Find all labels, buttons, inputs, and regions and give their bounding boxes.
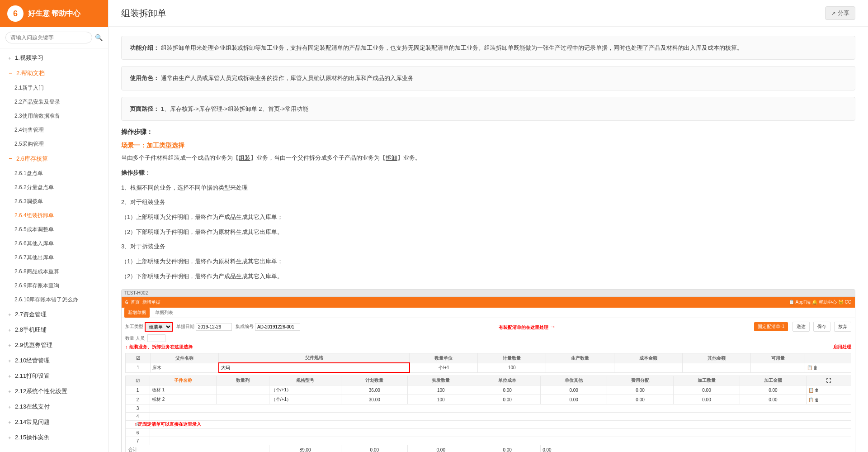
mock-sub-row1-num: 1 bbox=[126, 385, 150, 395]
sidebar-sub-21[interactable]: 2.1新手入门 bbox=[0, 81, 108, 95]
mock-sub-row1-ucost: 0.00 bbox=[474, 385, 541, 395]
step3: 3、对于拆装业务 bbox=[121, 241, 855, 252]
mock-assembly-input[interactable] bbox=[255, 323, 300, 331]
share-button[interactable]: ↗ 分享 bbox=[825, 6, 855, 20]
mock-sub-row1-actual: 100 bbox=[408, 385, 474, 395]
sidebar-sub-22[interactable]: 2.2产品安装及登录 bbox=[0, 95, 108, 109]
logo-icon: 6 bbox=[7, 5, 24, 22]
mock-sub-row2-plan: 30.00 bbox=[341, 395, 408, 404]
mock-sub-row4-empty bbox=[150, 413, 851, 421]
sidebar-sub-266[interactable]: 2.6.6其他入库单 bbox=[0, 237, 108, 251]
sidebar-item-29[interactable]: ＋ 2.9优惠券管理 bbox=[0, 338, 108, 353]
mock-sub-row1-name: 板材 1 bbox=[150, 385, 216, 395]
disassemble-link[interactable]: 拆卸 bbox=[386, 154, 397, 161]
mock-row1-costamt bbox=[614, 363, 683, 372]
expand-icon-29: ＋ bbox=[7, 342, 12, 349]
sidebar-item-26[interactable]: － 2.6库存核算 bbox=[0, 151, 108, 167]
page-title: 组装拆卸单 bbox=[121, 7, 166, 19]
sidebar-item-28[interactable]: ＋ 2.8手机旺铺 bbox=[0, 322, 108, 338]
annotation3: 启用处理 bbox=[833, 344, 851, 350]
mock-sub-row2-procqty: 0.00 bbox=[674, 395, 740, 404]
sidebar-sub-264[interactable]: 2.6.4组装拆卸单 bbox=[0, 209, 108, 223]
mock-sub-col9: 加工数量 bbox=[674, 376, 740, 385]
search-input[interactable] bbox=[5, 32, 92, 43]
mock-row1-spec[interactable] bbox=[219, 363, 410, 372]
expand-icon-210: ＋ bbox=[7, 357, 12, 364]
mock-qty-input[interactable] bbox=[147, 334, 165, 342]
sidebar-item-27[interactable]: ＋ 2.7资金管理 bbox=[0, 307, 108, 322]
sidebar-item-video[interactable]: ＋ 1.视频学习 bbox=[0, 50, 108, 66]
mock-sub-row2-ops: 📋 🗑 bbox=[808, 397, 849, 402]
mock-spec-input[interactable] bbox=[221, 366, 407, 371]
step1: 1、根据不同的业务，选择不同单据的类型来处理 bbox=[121, 182, 855, 194]
mock-sub-row2-num: 2 bbox=[126, 395, 150, 404]
sidebar-item-212[interactable]: ＋ 2.12系统个性化设置 bbox=[0, 384, 108, 399]
mock-confirm-btn[interactable]: 送达 bbox=[793, 322, 810, 332]
mock-cancel-btn[interactable]: 放弃 bbox=[834, 322, 851, 332]
mock-date-input[interactable] bbox=[196, 323, 232, 331]
del-icon-2[interactable]: 🗑 bbox=[815, 397, 819, 402]
mock-tab-new[interactable]: 新增单据 bbox=[124, 308, 150, 318]
mock-assemble-list-btn[interactable]: 固定配清单-1 bbox=[754, 322, 788, 331]
mock-footer-rest: 0.00 bbox=[541, 445, 851, 452]
sidebar-item-label: 2.10经营管理 bbox=[15, 357, 50, 365]
mock-icons: 📋 AppT端 🔔 帮助中心 🐱 CC bbox=[789, 299, 851, 305]
mock-col-avail: 可用量 bbox=[751, 353, 805, 363]
mock-footer-label: 合计 bbox=[126, 445, 269, 452]
del-icon[interactable]: 🗑 bbox=[815, 388, 819, 393]
sidebar-sub-25[interactable]: 2.5采购管理 bbox=[0, 137, 108, 151]
expand-table-icon[interactable]: ⛶ bbox=[826, 378, 831, 383]
sidebar-sub-262[interactable]: 2.6.2分量盘点单 bbox=[0, 181, 108, 195]
ops-steps-heading: 操作步骤： bbox=[121, 128, 855, 136]
copy-icon[interactable]: 📋 bbox=[808, 388, 814, 393]
sidebar-item-docs[interactable]: － 2.帮助文档 bbox=[0, 66, 108, 81]
sidebar-sub-261[interactable]: 2.6.1盘点单 bbox=[0, 167, 108, 181]
mock-row1-del-icon[interactable]: 🗑 bbox=[813, 365, 818, 370]
sidebar-sub-2610[interactable]: 2.6.10库存账本错了怎么办 bbox=[0, 293, 108, 307]
sidebar-sub-24[interactable]: 2.4销售管理 bbox=[0, 123, 108, 137]
mock-type-select[interactable]: 组装单 拆卸单 bbox=[146, 323, 172, 331]
annotation4-text: ↑ 无固定清单可以直接在这里录入 bbox=[134, 421, 201, 428]
mock-sub-row2-qty bbox=[216, 395, 269, 404]
mock-footer-t2: 0.00 bbox=[341, 445, 408, 452]
sidebar-sub-267[interactable]: 2.6.7其他出库单 bbox=[0, 251, 108, 265]
mock-sub-row1-plan: 36.00 bbox=[341, 385, 408, 395]
sidebar-item-213[interactable]: ＋ 2.13在线支付 bbox=[0, 399, 108, 414]
expand-icon-214: ＋ bbox=[7, 419, 12, 426]
mock-sub-row3-num: 3 bbox=[126, 404, 150, 413]
sidebar-sub-265[interactable]: 2.6.5成本调整单 bbox=[0, 223, 108, 237]
mock-type-label: 加工类型 bbox=[125, 324, 143, 330]
main-content: 组装拆卸单 ↗ 分享 功能介绍： 组装拆卸单用来处理企业组装或拆卸等加工业务，支… bbox=[108, 0, 868, 452]
sidebar-item-label: 2.9优惠券管理 bbox=[15, 341, 52, 349]
copy-icon-2[interactable]: 📋 bbox=[808, 397, 814, 402]
app-title: 好生意 帮助中心 bbox=[28, 9, 80, 19]
expand-icon-215: ＋ bbox=[7, 434, 12, 441]
mock-tab-list[interactable]: 单据列表 bbox=[151, 308, 177, 318]
sidebar-sub-263[interactable]: 2.6.3调拨单 bbox=[0, 195, 108, 209]
search-icon[interactable]: 🔍 bbox=[95, 34, 103, 41]
mock-sub-row2-ucost: 0.00 bbox=[474, 395, 541, 404]
mock-sub-row1-alloc: 0.00 bbox=[607, 385, 674, 395]
sidebar-item-label: 2.帮助文档 bbox=[16, 69, 45, 77]
sidebar-item-215[interactable]: ＋ 2.15操作案例 bbox=[0, 430, 108, 445]
mock-save-btn[interactable]: 保存 bbox=[813, 322, 830, 332]
mock-row1-copy-icon[interactable]: 📋 bbox=[807, 365, 812, 370]
mock-sub-col8: 费用分配 bbox=[607, 376, 674, 385]
assemble-link[interactable]: 组装 bbox=[239, 154, 250, 161]
sidebar-item-label: 2.13在线支付 bbox=[15, 403, 50, 411]
mock-sub-row1-ops: 📋 🗑 bbox=[808, 388, 849, 393]
sidebar-item-label: 2.11打印设置 bbox=[15, 372, 50, 380]
mock-sub-row1-spec: （个/+1） bbox=[269, 385, 341, 395]
sidebar-sub-268[interactable]: 2.6.8商品成本重算 bbox=[0, 265, 108, 279]
sidebar-sub-23[interactable]: 2.3使用前数据准备 bbox=[0, 109, 108, 123]
share-label: 分享 bbox=[838, 9, 849, 17]
share-icon: ↗ bbox=[831, 10, 836, 17]
sidebar: 6 好生意 帮助中心 🔍 ＋ 1.视频学习 － 2.帮助文档 2.1新手入门 2… bbox=[0, 0, 108, 452]
sidebar-item-214[interactable]: ＋ 2.14常见问题 bbox=[0, 414, 108, 430]
sidebar-sub-269[interactable]: 2.6.9库存账本查询 bbox=[0, 279, 108, 293]
sidebar-item-210[interactable]: ＋ 2.10经营管理 bbox=[0, 353, 108, 368]
sidebar-item-211[interactable]: ＋ 2.11打印设置 bbox=[0, 368, 108, 384]
mock-sub-row5-empty bbox=[150, 421, 851, 429]
mock-date-label: 单据日期 bbox=[176, 324, 194, 330]
mock-col-measure: 计量数量 bbox=[478, 353, 546, 363]
